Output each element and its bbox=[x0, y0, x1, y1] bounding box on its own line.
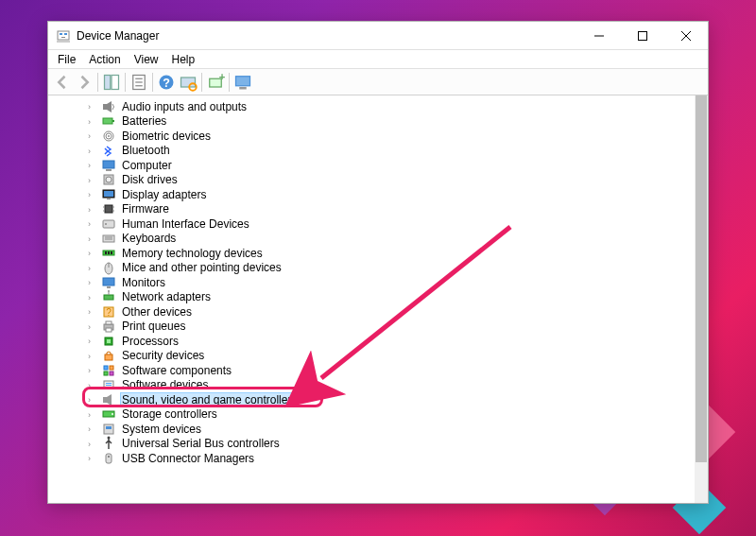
expand-chevron-icon[interactable]: › bbox=[88, 337, 96, 345]
expand-chevron-icon[interactable]: › bbox=[88, 293, 96, 302]
svg-point-74 bbox=[112, 413, 113, 415]
tree-item-label: Audio inputs and outputs bbox=[120, 100, 249, 113]
usbconn-icon bbox=[101, 451, 116, 466]
svg-rect-17 bbox=[181, 78, 196, 87]
tree-item-label: Biometric devices bbox=[120, 130, 213, 143]
tree-item-network[interactable]: ›Network adapters bbox=[101, 290, 708, 305]
svg-text:?: ? bbox=[106, 307, 112, 318]
tree-item-bluetooth[interactable]: ›Bluetooth bbox=[101, 144, 708, 159]
svg-rect-60 bbox=[106, 321, 112, 324]
tree-item-display[interactable]: ›Display adapters bbox=[101, 187, 708, 202]
expand-chevron-icon[interactable]: › bbox=[88, 410, 96, 419]
tree-item-security[interactable]: ›Security devices bbox=[101, 349, 708, 364]
svg-rect-63 bbox=[107, 339, 111, 343]
security-icon bbox=[101, 348, 116, 363]
properties-button[interactable] bbox=[129, 72, 149, 93]
svg-rect-52 bbox=[103, 278, 114, 285]
tree-item-usb[interactable]: ›Universal Serial Bus controllers bbox=[101, 437, 708, 452]
tree-item-monitor[interactable]: ›Monitors bbox=[101, 275, 708, 290]
tree-item-label: Monitors bbox=[120, 276, 167, 289]
svg-rect-68 bbox=[110, 372, 113, 375]
expand-chevron-icon[interactable]: › bbox=[88, 102, 96, 111]
tree-item-software2[interactable]: ›Software devices bbox=[101, 378, 708, 393]
tree-item-fingerprint[interactable]: ›Biometric devices bbox=[101, 129, 708, 144]
back-button[interactable] bbox=[52, 72, 73, 93]
titlebar[interactable]: Device Manager bbox=[48, 22, 708, 50]
tree-item-hid[interactable]: ›Human Interface Devices bbox=[101, 216, 708, 232]
vertical-scrollbar[interactable] bbox=[695, 95, 708, 503]
svg-point-32 bbox=[106, 177, 112, 182]
expand-chevron-icon[interactable]: › bbox=[88, 395, 96, 404]
tree-item-label: Software components bbox=[120, 364, 233, 377]
expand-chevron-icon[interactable]: › bbox=[88, 454, 96, 462]
menu-file[interactable]: File bbox=[52, 52, 81, 67]
expand-chevron-icon[interactable]: › bbox=[88, 381, 96, 389]
expand-chevron-icon[interactable]: › bbox=[88, 205, 96, 214]
forward-button[interactable] bbox=[74, 72, 94, 93]
tree-item-sound[interactable]: ›Sound, video and game controllers bbox=[101, 392, 708, 407]
expand-chevron-icon[interactable]: › bbox=[88, 249, 96, 257]
tree-item-usbconn[interactable]: ›USB Connector Managers bbox=[101, 451, 708, 466]
help-button[interactable]: ? bbox=[156, 72, 177, 93]
svg-rect-30 bbox=[106, 169, 112, 171]
tree-item-memory[interactable]: ›Memory technology devices bbox=[101, 246, 708, 261]
tree-item-disk[interactable]: ›Disk drives bbox=[101, 173, 708, 188]
expand-chevron-icon[interactable]: › bbox=[88, 161, 96, 169]
tree-item-computer[interactable]: ›Computer bbox=[101, 158, 708, 173]
toolbar: ? + bbox=[48, 69, 708, 95]
svg-rect-61 bbox=[106, 328, 112, 332]
menu-help[interactable]: Help bbox=[166, 52, 201, 67]
svg-point-77 bbox=[108, 437, 111, 440]
expand-chevron-icon[interactable]: › bbox=[88, 219, 96, 228]
tree-item-speaker[interactable]: ›Audio inputs and outputs bbox=[101, 99, 708, 114]
maximize-button[interactable] bbox=[621, 22, 664, 50]
show-hide-console-tree-button[interactable] bbox=[101, 72, 122, 93]
svg-rect-3 bbox=[61, 37, 65, 38]
svg-rect-78 bbox=[106, 454, 112, 463]
expand-chevron-icon[interactable]: › bbox=[88, 424, 96, 433]
expand-chevron-icon[interactable]: › bbox=[88, 147, 96, 155]
expand-chevron-icon[interactable]: › bbox=[88, 278, 96, 286]
close-button[interactable] bbox=[664, 22, 708, 50]
content-area: ›Audio inputs and outputs›Batteries›Biom… bbox=[48, 95, 708, 503]
tree-item-chip[interactable]: ›Firmware bbox=[101, 202, 708, 217]
tree-item-system[interactable]: ›System devices bbox=[101, 422, 708, 437]
svg-point-42 bbox=[105, 223, 107, 225]
expand-chevron-icon[interactable]: › bbox=[88, 307, 96, 316]
device-tree[interactable]: ›Audio inputs and outputs›Batteries›Biom… bbox=[48, 97, 708, 466]
minimize-button[interactable] bbox=[577, 22, 621, 50]
svg-rect-76 bbox=[106, 426, 112, 429]
expand-chevron-icon[interactable]: › bbox=[88, 352, 96, 360]
tree-item-label: Storage controllers bbox=[120, 407, 219, 421]
tree-item-printer[interactable]: ›Print queues bbox=[101, 320, 708, 335]
expand-chevron-icon[interactable]: › bbox=[88, 440, 96, 448]
tree-item-cpu[interactable]: ›Processors bbox=[101, 334, 708, 349]
expand-chevron-icon[interactable]: › bbox=[88, 322, 96, 331]
menubar: File Action View Help bbox=[48, 50, 708, 69]
devices-by-type-button[interactable] bbox=[232, 72, 253, 93]
expand-chevron-icon[interactable]: › bbox=[88, 117, 96, 126]
expand-chevron-icon[interactable]: › bbox=[88, 366, 96, 374]
scan-hardware-button[interactable] bbox=[178, 72, 198, 93]
expand-chevron-icon[interactable]: › bbox=[88, 131, 96, 140]
menu-action[interactable]: Action bbox=[83, 52, 126, 67]
expand-chevron-icon[interactable]: › bbox=[88, 234, 96, 243]
tree-item-keyboard[interactable]: ›Keyboards bbox=[101, 232, 708, 247]
expand-chevron-icon[interactable]: › bbox=[88, 176, 96, 184]
speaker-icon bbox=[101, 99, 116, 114]
add-legacy-hardware-button[interactable]: + bbox=[205, 72, 226, 93]
tree-item-software[interactable]: ›Software components bbox=[101, 363, 708, 378]
tree-item-storage[interactable]: ›Storage controllers bbox=[101, 407, 708, 423]
scrollbar-thumb[interactable] bbox=[696, 95, 707, 462]
svg-rect-48 bbox=[108, 251, 110, 254]
expand-chevron-icon[interactable]: › bbox=[88, 190, 96, 199]
tree-item-battery[interactable]: ›Batteries bbox=[101, 114, 708, 130]
tree-item-mouse[interactable]: ›Mice and other pointing devices bbox=[101, 261, 708, 276]
expand-chevron-icon[interactable]: › bbox=[88, 264, 96, 272]
system-icon bbox=[101, 422, 116, 437]
usb-icon bbox=[101, 436, 116, 451]
svg-rect-1 bbox=[60, 33, 62, 35]
menu-view[interactable]: View bbox=[129, 52, 164, 67]
tree-item-other[interactable]: ›?Other devices bbox=[101, 304, 708, 320]
svg-rect-25 bbox=[112, 120, 114, 122]
